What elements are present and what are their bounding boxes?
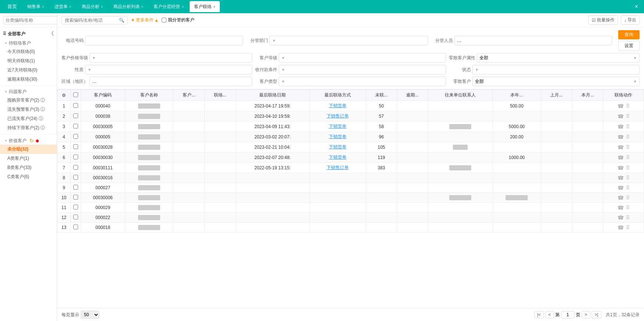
phone-icon[interactable]: ☎	[617, 113, 624, 119]
status-input[interactable]: ▼	[472, 65, 640, 74]
close-icon[interactable]: ×	[182, 5, 184, 9]
last-contact-method[interactable]	[309, 213, 366, 223]
last-page-button[interactable]: >|	[592, 311, 601, 318]
grid-icon[interactable]: ⠿	[626, 155, 630, 160]
last-contact-method[interactable]: 下销货单	[309, 121, 366, 132]
sidebar-item-declining[interactable]: 持续下滑客户(2) ⓘ	[0, 123, 57, 133]
search-icon[interactable]: 🔍	[119, 18, 124, 23]
close-icon[interactable]: ×	[42, 5, 44, 9]
my-customers-checkbox-area[interactable]: 我分管的客户	[162, 17, 194, 23]
phone-icon[interactable]: ☎	[617, 205, 624, 211]
per-page-select[interactable]: 50 100 200	[81, 311, 99, 319]
row-checkbox[interactable]	[73, 155, 78, 159]
nav-home[interactable]: 首页	[3, 2, 21, 11]
export-button[interactable]: ↓ 导出	[621, 15, 640, 25]
last-contact-method[interactable]: 下销货单	[309, 101, 366, 111]
grid-icon[interactable]: ⠿	[626, 195, 630, 201]
customer-name[interactable]: 请	[125, 111, 173, 121]
row-checkbox[interactable]	[73, 144, 78, 149]
phone-icon[interactable]: ☎	[617, 165, 624, 171]
next-page-button[interactable]: >	[582, 311, 590, 318]
phone-icon[interactable]: ☎	[617, 124, 624, 130]
row-checkbox[interactable]	[73, 205, 78, 209]
phone-icon[interactable]: ☎	[617, 175, 624, 181]
customer-level-input[interactable]: ▼	[279, 53, 446, 63]
row-checkbox[interactable]	[73, 175, 78, 180]
sidebar-item-today[interactable]: 今天待联络(0)	[0, 47, 57, 56]
row-checkbox[interactable]	[73, 225, 78, 229]
query-button[interactable]: 查询	[618, 30, 640, 39]
phone-icon[interactable]: ☎	[617, 155, 624, 160]
grid-icon[interactable]: ⠿	[626, 175, 630, 181]
phone-icon[interactable]: ☎	[617, 225, 624, 230]
grid-icon[interactable]: ⠿	[626, 215, 630, 221]
customer-name[interactable]: 近	[125, 163, 173, 173]
sidebar-group-value[interactable]: ▼ 价值客户 ↻ ●	[0, 136, 57, 145]
all-customers-header[interactable]: ⠿ 全部客户 《	[0, 28, 57, 39]
nature-input[interactable]: ▼	[85, 65, 252, 74]
grid-icon[interactable]: ⠿	[626, 113, 630, 119]
reset-button[interactable]: 设置	[618, 41, 640, 51]
grid-icon[interactable]: ⠿	[626, 134, 630, 140]
customer-name[interactable]: ■■■■	[125, 223, 173, 233]
last-contact-method[interactable]: 下销售订单	[309, 163, 366, 173]
area-input[interactable]: …	[89, 77, 252, 86]
more-conditions-btn[interactable]: ▼ 更多条件 ▲	[131, 17, 159, 23]
grid-icon[interactable]: ⠿	[626, 144, 630, 150]
phone-icon[interactable]: ☎	[617, 195, 624, 201]
nav-tab-product-analysis[interactable]: 商品分析 ×	[77, 1, 108, 12]
sidebar-item-churned[interactable]: 已流失客户(24) ⓘ	[0, 114, 57, 123]
row-checkbox[interactable]	[73, 215, 78, 219]
grid-icon[interactable]: ⠿	[626, 205, 630, 211]
phone-icon[interactable]: ☎	[617, 134, 624, 140]
row-checkbox[interactable]	[73, 103, 78, 108]
my-customers-checkbox[interactable]	[162, 18, 166, 22]
person-input[interactable]: …	[454, 36, 612, 45]
customer-type-input[interactable]: ▼	[279, 77, 446, 86]
retail-customer-input[interactable]: 全部 ▼	[472, 77, 640, 86]
sidebar-item-hoard-abnormal[interactable]: 囤购异常客户(2) ⓘ	[0, 96, 57, 105]
row-checkbox[interactable]	[73, 185, 78, 190]
row-checkbox[interactable]	[73, 195, 78, 200]
close-all-icon[interactable]: ×	[632, 2, 641, 11]
close-icon[interactable]: ×	[141, 5, 144, 9]
customer-name[interactable]: 淡	[125, 213, 173, 223]
nav-tab-customer-contact[interactable]: 客户联络 ×	[190, 1, 220, 12]
col-settings[interactable]: ⚙	[57, 90, 71, 101]
grid-icon[interactable]: ⠿	[626, 124, 630, 130]
phone-icon[interactable]: ☎	[617, 185, 624, 191]
customer-name[interactable]: ■■■■	[125, 193, 173, 203]
last-contact-method[interactable]: 下销售订单	[309, 111, 366, 121]
prev-page-button[interactable]: <	[545, 311, 554, 318]
customer-name[interactable]: 扶	[125, 203, 173, 213]
sidebar-item-ungroup[interactable]: 未分组(32)	[0, 145, 57, 154]
grid-icon[interactable]: ⠿	[626, 165, 630, 171]
close-icon[interactable]: ×	[213, 5, 215, 9]
nav-tab-product-list[interactable]: 商品分析列表 ×	[109, 1, 148, 12]
last-contact-method[interactable]: 下销货单	[309, 152, 366, 163]
sidebar-item-7days[interactable]: 近7天待联络(0)	[0, 66, 57, 75]
sidebar-item-a-class[interactable]: A类客户(1)	[0, 154, 57, 163]
customer-name[interactable]: ■■■■	[125, 173, 173, 183]
select-all-checkbox[interactable]	[73, 92, 78, 97]
grid-icon[interactable]: ⠿	[626, 103, 630, 109]
col-checkbox[interactable]	[71, 90, 81, 101]
last-contact-method[interactable]	[309, 223, 366, 233]
row-checkbox[interactable]	[73, 113, 78, 118]
close-icon[interactable]: ×	[101, 5, 103, 9]
sidebar-item-churn-warning[interactable]: 流失预警客户(3) ⓘ	[0, 105, 57, 114]
customer-name[interactable]: ■■■■	[125, 152, 173, 163]
customer-name[interactable]: 公	[125, 183, 173, 193]
last-contact-method[interactable]	[309, 203, 366, 213]
customer-name[interactable]: ■■■■	[125, 132, 173, 142]
grid-icon[interactable]: ⠿	[626, 185, 630, 191]
retail-attr-input[interactable]: 全部 ▼	[477, 53, 640, 63]
sidebar-item-b-class[interactable]: B类客户(33)	[0, 163, 57, 172]
batch-operation-button[interactable]: ☑ 批量操作	[588, 15, 618, 25]
phone-icon[interactable]: ☎	[617, 103, 624, 109]
price-level-input[interactable]: ▼	[89, 53, 252, 63]
nav-tab-purchase[interactable]: 进货单 ×	[50, 1, 76, 12]
last-contact-method[interactable]	[309, 173, 366, 183]
search-input[interactable]	[65, 18, 117, 23]
sidebar-item-overdue[interactable]: 逾期未联络(30)	[0, 75, 57, 84]
